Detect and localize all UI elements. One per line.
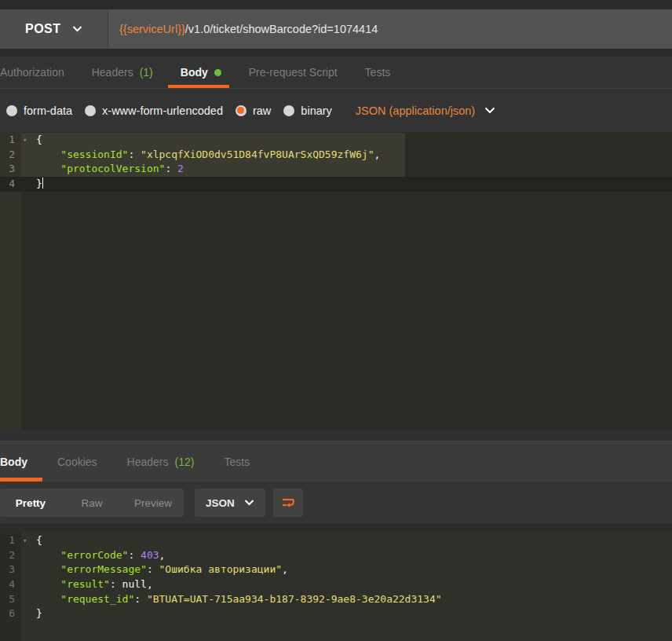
code-text: "result": null, bbox=[21, 577, 672, 592]
request-body-editor[interactable]: 1▾{2 "sessionId": "xlpcqfXiOD0dv51D84fvP… bbox=[0, 132, 672, 430]
raw-button[interactable]: Raw bbox=[61, 489, 122, 517]
view-mode-switch: Pretty Raw Preview bbox=[0, 489, 184, 517]
radio-raw[interactable]: raw bbox=[236, 104, 271, 117]
code-line: 6} bbox=[0, 606, 672, 621]
code-text: { bbox=[21, 533, 672, 548]
code-text: } bbox=[21, 177, 672, 192]
tab-label: Cookies bbox=[57, 456, 97, 468]
chevron-down-icon bbox=[244, 500, 254, 506]
line-number: 6 bbox=[0, 606, 21, 621]
code-line: 5 "request_id": "BTUAT=UAT-715aa934-b187… bbox=[0, 592, 672, 607]
tab-label: Tests bbox=[365, 66, 391, 79]
radio-form-data[interactable]: form-data bbox=[6, 104, 72, 117]
request-url-bar: POST {{serviceUrl}}/v1.0/ticket/showBarc… bbox=[0, 9, 672, 49]
fold-toggle-icon[interactable]: ▾ bbox=[23, 133, 27, 148]
line-number: 3 bbox=[0, 562, 21, 577]
text-cursor bbox=[42, 178, 43, 189]
tab-response-body[interactable]: Body bbox=[0, 441, 27, 482]
divider bbox=[0, 49, 672, 57]
chevron-down-icon bbox=[72, 26, 82, 32]
line-number: 4 bbox=[0, 177, 21, 192]
tab-response-tests[interactable]: Tests bbox=[224, 441, 250, 482]
code-text: "protocolVersion": 2 bbox=[21, 162, 672, 177]
tab-label: Headers bbox=[92, 66, 133, 79]
response-toolbar: Pretty Raw Preview JSON bbox=[0, 482, 672, 524]
line-number: 4 bbox=[0, 577, 21, 592]
radio-label: x-www-form-urlencoded bbox=[102, 104, 223, 117]
radio-label: binary bbox=[301, 104, 332, 117]
preview-button[interactable]: Preview bbox=[122, 489, 184, 517]
tab-label: Pre-request Script bbox=[249, 66, 338, 79]
tab-response-headers[interactable]: Headers (12) bbox=[127, 441, 195, 482]
code-line: 1▾{ bbox=[0, 133, 672, 148]
tab-label: Headers bbox=[127, 456, 169, 468]
response-tabs: Body Cookies Headers (12) Tests bbox=[0, 441, 672, 482]
radio-x-www-form-urlencoded[interactable]: x-www-form-urlencoded bbox=[85, 104, 223, 117]
tab-pre-request-script[interactable]: Pre-request Script bbox=[249, 57, 338, 88]
tab-count: (12) bbox=[175, 456, 195, 468]
top-divider bbox=[0, 0, 672, 9]
tab-label: Body bbox=[0, 456, 27, 468]
pretty-button[interactable]: Pretty bbox=[0, 489, 61, 517]
radio-selected-icon bbox=[236, 105, 247, 116]
code-line: 3 "protocolVersion": 2 bbox=[0, 162, 672, 177]
line-number: 1 bbox=[0, 533, 21, 548]
code-line: 3 "errorMessage": "Ошибка авторизации", bbox=[0, 562, 672, 577]
url-path: /v1.0/ticket/showBarcode?id=1074414 bbox=[185, 23, 378, 35]
line-number: 2 bbox=[0, 548, 21, 563]
code-text: } bbox=[21, 606, 672, 621]
fold-toggle-icon[interactable]: ▾ bbox=[23, 533, 27, 548]
tab-authorization[interactable]: Authorization bbox=[0, 57, 64, 88]
code-text: "request_id": "BTUAT=UAT-715aa934-b187-8… bbox=[21, 592, 672, 607]
code-line: 4 "result": null, bbox=[0, 577, 672, 592]
method-selector[interactable]: POST bbox=[0, 9, 108, 49]
tab-body[interactable]: Body bbox=[181, 57, 221, 88]
response-body-editor[interactable]: 1▾{2 "errorCode": 403,3 "errorMessage": … bbox=[0, 530, 672, 641]
radio-icon bbox=[6, 105, 17, 116]
radio-binary[interactable]: binary bbox=[283, 104, 332, 117]
pane-divider[interactable] bbox=[0, 430, 672, 441]
code-text: "errorMessage": "Ошибка авторизации", bbox=[21, 562, 672, 577]
radio-icon bbox=[283, 105, 294, 116]
code-text: { bbox=[21, 133, 672, 148]
tab-tests[interactable]: Tests bbox=[365, 57, 391, 88]
line-number: 3 bbox=[0, 162, 21, 177]
code-line: 2 "sessionId": "xlpcqfXiOD0dv51D84fvP8UA… bbox=[0, 148, 672, 163]
line-number: 1 bbox=[0, 133, 21, 148]
code-line: 2 "errorCode": 403, bbox=[0, 548, 672, 563]
radio-label: raw bbox=[253, 104, 271, 117]
tab-label: Tests bbox=[224, 456, 250, 468]
tab-headers[interactable]: Headers (1) bbox=[92, 57, 153, 88]
method-label: POST bbox=[25, 22, 61, 36]
content-type-label: JSON (application/json) bbox=[356, 104, 475, 117]
code-text: "errorCode": 403, bbox=[21, 548, 672, 563]
content-type-selector[interactable]: JSON (application/json) bbox=[356, 104, 495, 117]
word-wrap-icon bbox=[279, 494, 297, 511]
body-mode-row: form-data x-www-form-urlencoded raw bina… bbox=[0, 89, 672, 132]
tab-label: Authorization bbox=[0, 66, 64, 79]
tab-label: Body bbox=[181, 66, 208, 79]
body-present-dot bbox=[214, 69, 221, 76]
code-line: 4} bbox=[0, 177, 672, 192]
code-text: "sessionId": "xlpcqfXiOD0dv51D84fvP8UArS… bbox=[21, 148, 672, 163]
format-label: JSON bbox=[206, 497, 235, 509]
code-line: 1▾{ bbox=[0, 533, 672, 548]
wrap-lines-button[interactable] bbox=[273, 489, 303, 517]
radio-icon bbox=[85, 105, 96, 116]
request-tabs: Authorization Headers (1) Body Pre-reque… bbox=[0, 57, 672, 89]
url-environment-variable: {{serviceUrl}} bbox=[119, 23, 185, 35]
line-number: 2 bbox=[0, 148, 21, 163]
chevron-down-icon bbox=[484, 107, 495, 114]
line-number: 5 bbox=[0, 592, 21, 607]
response-format-selector[interactable]: JSON bbox=[195, 489, 265, 517]
radio-label: form-data bbox=[24, 104, 72, 117]
url-input[interactable]: {{serviceUrl}}/v1.0/ticket/showBarcode?i… bbox=[108, 9, 672, 49]
tab-cookies[interactable]: Cookies bbox=[57, 441, 97, 482]
tab-count: (1) bbox=[140, 66, 153, 79]
divider bbox=[0, 524, 672, 530]
